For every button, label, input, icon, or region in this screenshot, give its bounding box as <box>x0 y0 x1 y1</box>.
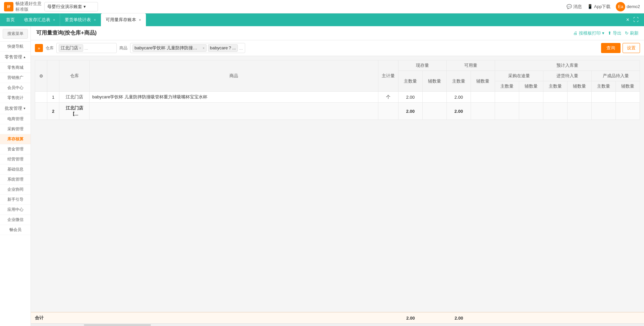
table-row: 1 江北门店 babycare学饮杯 儿童防摔防撞吸管杯重力球吸嘴杯宝宝水杯 个… <box>35 92 640 103</box>
user-menu[interactable]: Ea demo2 <box>616 2 640 11</box>
chevron-down-icon: ▾ <box>602 31 604 36</box>
expand-filter-button[interactable]: » <box>35 44 43 52</box>
col-header-avail-main: 主数量 <box>447 71 471 92</box>
col-header-unit: 主计量 <box>378 60 398 92</box>
settings-icon[interactable]: ⚙ <box>39 74 43 79</box>
col-header-pur-pend-main: 主数量 <box>543 81 568 92</box>
logo-text: 畅捷通好生意 标准版 <box>15 1 42 12</box>
close-tab-icon[interactable]: × <box>94 18 96 22</box>
company-selector[interactable]: 母婴行业演示账套 ▾ <box>44 2 98 11</box>
sidebar-item-member-center[interactable]: 会员中心 <box>0 83 31 93</box>
group-cell-pur-pend-aux <box>568 103 592 120</box>
cell-unit: 个 <box>378 92 398 103</box>
refresh-button[interactable]: ↻ 刷新 <box>625 30 639 36</box>
col-header-available-group: 可用量 <box>447 60 495 71</box>
sidebar-item-retail-shop[interactable]: 零售商城 <box>0 63 31 73</box>
export-icon: ⬆ <box>608 31 611 36</box>
col-header-no <box>47 60 59 92</box>
group-cell-pur-pend-main <box>543 103 568 120</box>
query-button[interactable]: 查询 <box>601 43 621 53</box>
tab-home[interactable]: 首页 <box>1 13 19 26</box>
setting-button[interactable]: 设置 <box>623 43 640 53</box>
chevron-icon: ▼ <box>23 107 26 110</box>
close-all-tabs-button[interactable]: × <box>625 15 631 24</box>
footer-stock-main: 2.00 <box>398 316 423 321</box>
sidebar-item-basic-info[interactable]: 基础信息 <box>0 165 31 175</box>
app-download-button[interactable]: 📱 App下载 <box>587 4 610 10</box>
remove-product-tag-1[interactable]: × <box>203 46 205 50</box>
filter-bar: » 仓库 江北门店 × ... 商品 babycare学饮杯 儿童防摔防撞吸管杯… <box>31 40 644 56</box>
top-bar: 好 畅捷通好生意 标准版 母婴行业演示账套 ▾ 💬 消息 📱 App下载 Ea … <box>0 0 644 13</box>
page-title: 可用量查询(按仓库+商品) <box>36 30 97 37</box>
sidebar-item-operations[interactable]: 经营管理 <box>0 154 31 165</box>
horizontal-scrollbar[interactable] <box>84 324 151 326</box>
sidebar-item-app-center[interactable]: 应用中心 <box>0 205 31 215</box>
search-menu-button[interactable]: 搜索菜单 <box>3 29 28 39</box>
close-tab-icon[interactable]: × <box>139 18 141 22</box>
product-tag-1: babycare学饮杯 儿童防摔防撞吸管杯重力球吸嘴杯宝宝水杯 × <box>132 44 207 52</box>
sidebar-item-system[interactable]: 系统管理 <box>0 175 31 185</box>
col-header-production-pending-group: 产成品待入量 <box>592 71 640 81</box>
message-button[interactable]: 💬 消息 <box>567 4 582 10</box>
sidebar-item-ecommerce[interactable]: 电商管理 <box>0 114 31 124</box>
product-tag-2: babycare？... <box>208 44 238 52</box>
warehouse-input[interactable]: 江北门店 × ... <box>56 43 117 53</box>
cell-stock-main: 2.00 <box>398 92 423 103</box>
sidebar: 搜索菜单 快捷导航 零售管理 ▲ 零售商城 营销推广 会员中心 零售统计 批发管… <box>0 26 31 326</box>
filter-dots: ... <box>85 46 88 51</box>
sidebar-item-beginner[interactable]: 新手引导 <box>0 195 31 205</box>
group-cell-prod-pend-aux <box>616 103 640 120</box>
tab-order-stats[interactable]: 要货单统计表 × <box>60 13 101 26</box>
sidebar-item-quick-nav[interactable]: 快捷导航 <box>0 42 31 52</box>
sidebar-item-purchase[interactable]: 采购管理 <box>0 124 31 134</box>
group-cell-pur-aux <box>519 103 543 120</box>
footer-avail-main: 2.00 <box>447 316 471 321</box>
tab-receivable-summary[interactable]: 收发存汇总表 × <box>19 13 60 26</box>
sidebar-item-retail-stats[interactable]: 零售统计 <box>0 93 31 103</box>
cell-avail-main: 2.00 <box>447 92 471 103</box>
cell-warehouse: 江北门店 <box>59 92 90 103</box>
print-template-button[interactable]: 🖨 按模板打印 ▾ <box>573 30 604 36</box>
col-header-product: 商品 <box>90 60 378 92</box>
filter-actions: 查询 设置 <box>601 43 640 53</box>
col-header-stock-group: 现存量 <box>398 60 447 71</box>
fullscreen-button[interactable]: ⛶ <box>632 15 640 24</box>
inventory-table: ⚙ 仓库 商品 主计量 现存量 可用量 预计入库量 主数量 辅数量 主数量 <box>35 60 640 120</box>
product-input[interactable]: babycare学饮杯 儿童防摔防撞吸管杯重力球吸嘴杯宝宝水杯 × babyca… <box>130 43 245 53</box>
sidebar-item-wholesale-mgmt[interactable]: 批发管理 ▼ <box>0 103 31 114</box>
sidebar-item-marketing[interactable]: 营销推广 <box>0 73 31 83</box>
col-header-pur-main: 主数量 <box>495 81 519 92</box>
group-cell-avail-aux <box>471 103 495 120</box>
sidebar-item-enterprise-collab[interactable]: 企业协同 <box>0 185 31 195</box>
avatar: Ea <box>616 2 625 11</box>
sidebar-item-finance[interactable]: 资金管理 <box>0 144 31 154</box>
cell-pur-aux <box>519 92 543 103</box>
col-header-forecast-group: 预计入库量 <box>495 60 640 71</box>
mobile-icon: 📱 <box>587 4 593 9</box>
cell-pur-pend-aux <box>568 92 592 103</box>
group-cell-stock-aux <box>423 103 447 120</box>
group-cell-prod-pend-main <box>592 103 616 120</box>
close-tab-icon[interactable]: × <box>53 18 55 22</box>
main-layout: 搜索菜单 快捷导航 零售管理 ▲ 零售商城 营销推广 会员中心 零售统计 批发管… <box>0 26 644 326</box>
remove-warehouse-tag[interactable]: × <box>79 46 81 50</box>
col-header-stock-main: 主数量 <box>398 71 423 92</box>
warehouse-label: 仓库 <box>46 45 54 51</box>
cell-avail-aux <box>471 92 495 103</box>
sidebar-item-enterprise-wechat[interactable]: 企业微信 <box>0 215 31 225</box>
chevron-down-icon: ▾ <box>84 4 86 9</box>
refresh-icon: ↻ <box>625 31 629 36</box>
product-label: 商品 <box>119 45 127 51</box>
logo-icon: 好 <box>4 2 13 11</box>
export-button[interactable]: ⬆ 导出 <box>608 30 622 36</box>
col-header-pur-aux: 辅数量 <box>519 81 543 92</box>
sidebar-item-inventory[interactable]: 库存核算 <box>0 134 31 144</box>
cell-no: 1 <box>47 92 59 103</box>
sidebar-item-retail-mgmt[interactable]: 零售管理 ▲ <box>0 52 31 63</box>
sidebar-item-member[interactable]: 畅会员 <box>0 225 31 235</box>
table-area: ⚙ 仓库 商品 主计量 现存量 可用量 预计入库量 主数量 辅数量 主数量 <box>31 56 644 312</box>
tab-available-inventory[interactable]: 可用量库存账本 × <box>101 13 146 26</box>
message-icon: 💬 <box>567 4 572 9</box>
scroll-indicator <box>31 323 644 326</box>
col-header-pur-pend-aux: 辅数量 <box>568 81 592 92</box>
